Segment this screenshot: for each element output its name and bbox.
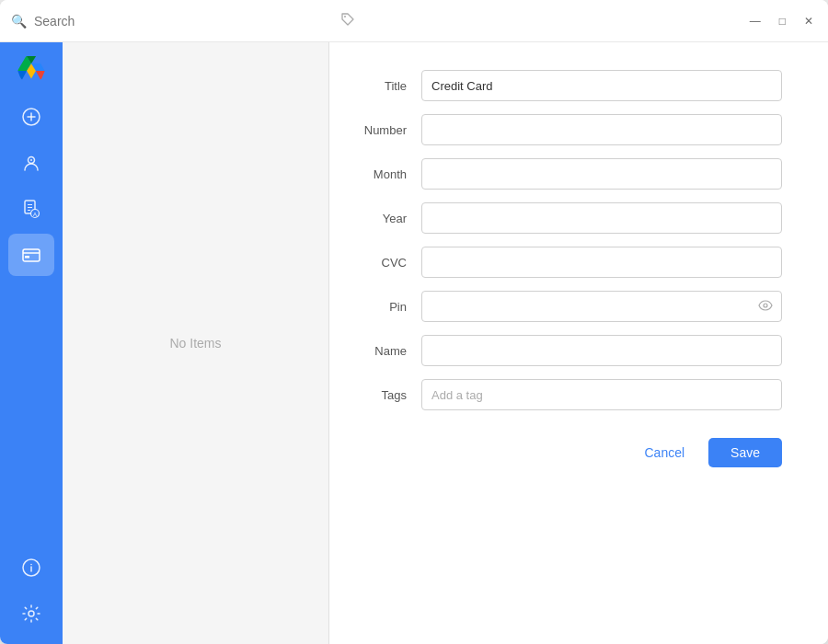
search-icon: 🔍 [11, 14, 27, 29]
sidebar-item-cards[interactable] [8, 234, 54, 276]
svg-text:A: A [33, 212, 37, 217]
label-tags: Tags [357, 388, 421, 402]
tag-icon [340, 12, 355, 30]
title-bar: 🔍 — □ ✕ [0, 0, 828, 42]
label-month: Month [357, 167, 421, 181]
no-items-message: No Items [169, 336, 221, 351]
svg-point-17 [30, 564, 32, 566]
form-panel: Title Number Month Year CVC [329, 42, 828, 644]
cancel-button[interactable]: Cancel [629, 438, 699, 467]
minimize-button[interactable]: — [746, 14, 765, 29]
pin-wrapper [421, 291, 782, 322]
svg-point-5 [30, 159, 32, 161]
form-row-name: Name [357, 335, 782, 366]
sidebar-item-settings[interactable] [8, 592, 54, 635]
label-year: Year [357, 212, 421, 225]
toggle-pin-visibility-icon[interactable] [758, 299, 773, 314]
app-logo [15, 52, 48, 85]
svg-point-0 [344, 16, 346, 17]
label-title: Title [357, 79, 421, 93]
form-row-cvc: CVC [357, 247, 782, 278]
input-cvc[interactable] [421, 247, 782, 278]
input-number[interactable] [421, 114, 782, 145]
label-name: Name [357, 344, 421, 358]
svg-rect-14 [25, 256, 29, 259]
label-cvc: CVC [357, 256, 421, 270]
sidebar-item-identity[interactable] [8, 142, 54, 184]
search-area: 🔍 [11, 14, 746, 29]
form-row-pin: Pin [357, 291, 782, 322]
input-year[interactable] [421, 202, 782, 234]
form-row-tags: Tags [357, 379, 782, 410]
input-tags[interactable] [421, 379, 782, 410]
close-button[interactable]: ✕ [800, 14, 817, 29]
main-layout: A [0, 42, 828, 644]
svg-point-18 [29, 611, 34, 616]
main-window: 🔍 — □ ✕ [0, 0, 828, 644]
maximize-button[interactable]: □ [776, 14, 789, 29]
search-input[interactable] [34, 14, 218, 29]
svg-rect-12 [23, 249, 40, 261]
sidebar-item-info[interactable] [8, 546, 54, 589]
sidebar: A [0, 42, 63, 644]
form-row-month: Month [357, 158, 782, 190]
label-number: Number [357, 123, 421, 137]
svg-point-19 [764, 304, 767, 307]
sidebar-item-documents[interactable]: A [8, 188, 54, 230]
input-month[interactable] [421, 158, 782, 190]
save-button[interactable]: Save [708, 438, 782, 467]
sidebar-item-add[interactable] [8, 96, 54, 138]
form-row-year: Year [357, 202, 782, 234]
list-panel: No Items [63, 42, 329, 644]
input-title[interactable] [421, 70, 782, 101]
sidebar-bottom [8, 546, 54, 635]
form-row-number: Number [357, 114, 782, 145]
label-pin: Pin [357, 300, 421, 314]
input-name[interactable] [421, 335, 782, 366]
window-controls: — □ ✕ [746, 14, 817, 29]
form-row-title: Title [357, 70, 782, 101]
input-pin[interactable] [421, 291, 782, 322]
form-actions: Cancel Save [357, 438, 782, 467]
